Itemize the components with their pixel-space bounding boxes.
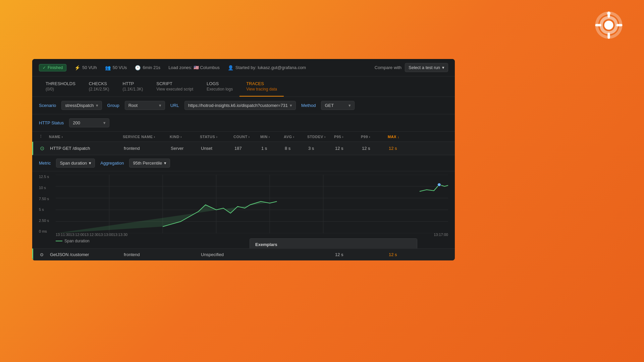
http-status-value: 200: [73, 120, 80, 125]
compare-label: Compare with: [375, 65, 401, 70]
legend-line: [56, 241, 62, 241]
chart-x-labels: 13:11:30 13:12:00 13:12:30 13:13:00 13:1…: [56, 233, 448, 237]
y-label-4: 5 s: [39, 207, 49, 212]
tab-thresholds[interactable]: THRESHOLDS (0/0): [39, 76, 82, 97]
compare-placeholder: Select a test run: [409, 65, 440, 70]
row-max: 12 s: [389, 146, 416, 151]
tab-thresholds-title: THRESHOLDS: [46, 81, 75, 87]
method-select[interactable]: GET ▾: [321, 101, 355, 110]
tab-logs-sub: Execution logs: [207, 87, 233, 92]
chevron-down-icon: ▾: [348, 103, 351, 108]
y-label-3: 7.50 s: [39, 197, 49, 201]
chevron-down-icon: ▾: [290, 103, 292, 108]
vuh-icon: ⚡: [74, 65, 80, 70]
vus-value: 50 VUs: [113, 65, 127, 70]
compare-dropdown[interactable]: Select a test run ▾: [405, 63, 448, 72]
tab-http-title: HTTP: [123, 81, 143, 87]
chevron-down-icon: ▾: [159, 103, 161, 108]
top-bar: ✓ Finished ⚡ 50 VUh 👥 50 VUs 🕐 6min 21s …: [32, 59, 455, 76]
group-select[interactable]: Root ▾: [125, 101, 165, 110]
started-by-stat: 👤 Started by: lukasz.gut@grafana.com: [228, 65, 306, 70]
tab-script-title: SCRIPT: [156, 81, 193, 87]
row-status-icon: ⊙: [40, 145, 50, 152]
chevron-down-icon: ▾: [164, 161, 166, 166]
metric-value: Span duration: [60, 161, 87, 166]
col-p95[interactable]: P95 ›: [334, 134, 361, 139]
svg-point-0: [604, 21, 613, 30]
col-name[interactable]: NAME ›: [49, 134, 123, 139]
row-name: HTTP GET /dispatch: [50, 146, 124, 151]
load-zones-value: Load zones: 🇺🇸 Columbus: [168, 65, 220, 70]
x-label-4: 13:13:00: [99, 233, 113, 237]
bottom-row-p95: 12 s: [335, 252, 362, 257]
col-kind[interactable]: KIND ›: [170, 134, 200, 139]
tab-script[interactable]: SCRIPT View executed script: [150, 76, 200, 97]
metric-select[interactable]: Span duration ▾: [56, 159, 95, 168]
y-label-6: 0 ms: [39, 229, 49, 233]
main-panel: ✓ Finished ⚡ 50 VUh 👥 50 VUs 🕐 6min 21s …: [32, 59, 455, 260]
aggregation-value: 95th Percentile: [133, 161, 162, 166]
bottom-row-name: GetJSON /customer: [50, 252, 124, 257]
tab-traces-sub: View tracing data: [246, 87, 277, 92]
http-status-label: HTTP Status: [39, 120, 64, 125]
filter-row-2: HTTP Status 200 ▾: [32, 114, 455, 132]
chevron-down-icon: ▾: [103, 120, 106, 125]
url-select[interactable]: https://hotrod-insights.k6.io/dispatch?c…: [184, 101, 296, 110]
row-min: 1 s: [261, 146, 285, 151]
metric-label: Metric: [39, 161, 51, 166]
bottom-table-row[interactable]: ⊙ GetJSON /customer frontend Unspecified…: [32, 248, 455, 260]
status-text: Finished: [48, 65, 63, 70]
col-p99[interactable]: P99 ›: [361, 134, 388, 139]
scenario-select[interactable]: stressDispatch ▾: [61, 101, 102, 110]
row-kind: Server: [171, 146, 201, 151]
col-avg[interactable]: AVG ›: [284, 134, 307, 139]
tab-checks[interactable]: CHECKS (2.1K/2.5K): [82, 76, 116, 97]
bottom-row-status-icon: ⊙: [40, 252, 50, 257]
tab-traces[interactable]: TRACES View tracing data: [239, 76, 284, 97]
duration-stat: 🕐 6min 21s: [135, 65, 160, 70]
svg-rect-4: [616, 24, 623, 26]
url-value: https://hotrod-insights.k6.io/dispatch?c…: [188, 103, 288, 108]
tab-thresholds-sub: (0/0): [46, 87, 75, 92]
chart-y-labels: 12.5 s 10 s 7.50 s 5 s 2.50 s 0 ms: [39, 175, 49, 233]
legend-text: Span duration: [64, 239, 90, 243]
table-header: ⋮ NAME › SERVICE NAME › KIND › STATUS › …: [32, 132, 455, 142]
bottom-row-max: 12 s: [389, 252, 416, 257]
scenario-value: stressDispatch: [65, 103, 94, 108]
tab-checks-title: CHECKS: [89, 81, 109, 87]
http-status-select[interactable]: 200 ▾: [69, 118, 109, 127]
col-min[interactable]: MIN ›: [260, 134, 284, 139]
col-max[interactable]: MAX ↓: [388, 134, 415, 139]
col-stddev[interactable]: STDDEV ›: [307, 134, 334, 139]
tab-logs-title: LOGS: [207, 81, 233, 87]
y-label-5: 2.50 s: [39, 219, 49, 223]
tab-logs[interactable]: LOGS Execution logs: [200, 76, 239, 97]
method-label: Method: [301, 103, 316, 108]
bottom-row-status: Unspecified: [201, 252, 234, 257]
filter-row-1: Scenario stressDispatch ▾ Group Root ▾ U…: [32, 97, 455, 114]
method-value: GET: [325, 103, 334, 108]
load-zones-stat: Load zones: 🇺🇸 Columbus: [168, 65, 220, 70]
table-row[interactable]: ⊙ HTTP GET /dispatch frontend Server Uns…: [32, 142, 455, 155]
svg-marker-16: [56, 201, 277, 233]
compare-section: Compare with Select a test run ▾: [375, 63, 448, 72]
row-count: 187: [234, 146, 261, 151]
url-label: URL: [170, 103, 179, 108]
aggregation-select[interactable]: 95th Percentile ▾: [129, 159, 170, 168]
chevron-down-icon: ▾: [96, 103, 98, 108]
tab-traces-title: TRACES: [246, 81, 277, 87]
svg-point-17: [437, 183, 441, 186]
row-avg: 8 s: [285, 146, 308, 151]
grafana-logo: [594, 10, 624, 40]
col-count[interactable]: COUNT ›: [233, 134, 260, 139]
aggregation-label: Aggregation: [100, 161, 124, 166]
col-service[interactable]: SERVICE NAME ›: [123, 134, 170, 139]
bottom-row-service: frontend: [124, 252, 171, 257]
col-status[interactable]: STATUS ›: [200, 134, 233, 139]
user-icon: 👤: [228, 65, 233, 70]
vuh-value: 50 VUh: [82, 65, 97, 70]
chart-svg: [56, 175, 448, 233]
tab-http[interactable]: HTTP (1.1K/1.3K): [116, 76, 150, 97]
col-drag: ⋮: [39, 134, 49, 139]
nav-tabs: THRESHOLDS (0/0) CHECKS (2.1K/2.5K) HTTP…: [32, 76, 455, 97]
